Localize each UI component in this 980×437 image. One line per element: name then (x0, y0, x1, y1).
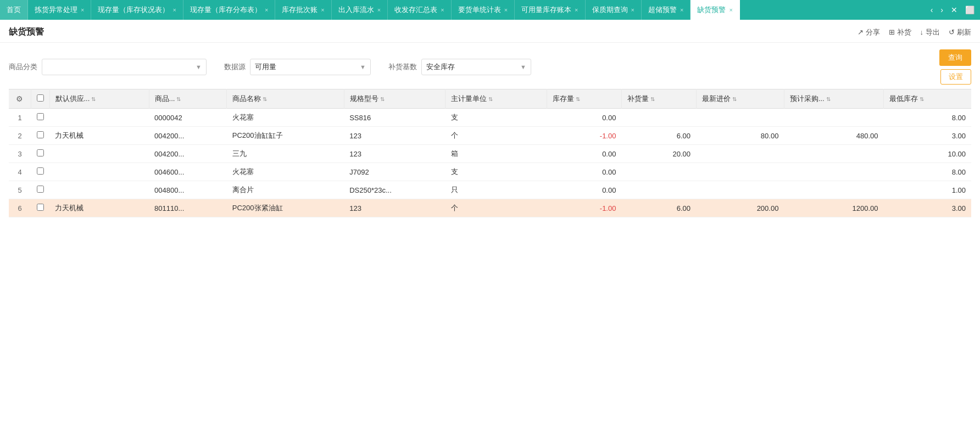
row-est-purchase: 480.00 (784, 127, 883, 145)
row-min-stock: 8.00 (883, 163, 971, 181)
row-est-purchase (784, 181, 883, 199)
row-spec: 123 (344, 127, 445, 145)
th-stock[interactable]: 库存量 ⇅ (547, 89, 622, 109)
row-checkbox-cell[interactable] (31, 127, 49, 145)
row-num: 1 (9, 109, 31, 127)
row-checkbox-cell[interactable] (31, 145, 49, 163)
tab-stock-status[interactable]: 现存量（库存状况表） × (91, 0, 183, 20)
th-replenish-qty[interactable]: 补货量 ⇅ (621, 89, 696, 109)
tab-batch-close[interactable]: × (321, 7, 324, 13)
refresh-button[interactable]: ↺ 刷新 (949, 27, 971, 37)
th-checkbox[interactable] (31, 89, 49, 109)
row-stock: -1.00 (547, 127, 622, 145)
row-num: 6 (9, 199, 31, 217)
row-checkbox-cell[interactable] (31, 181, 49, 199)
row-name: PC200油缸缸子 (227, 127, 344, 145)
tab-summary[interactable]: 收发存汇总表 × (388, 0, 451, 20)
row-latest-price (696, 109, 784, 127)
row-checkbox-cell[interactable] (31, 109, 49, 127)
row-stock: 0.00 (547, 109, 622, 127)
row-min-stock: 1.00 (883, 181, 971, 199)
replenish-button[interactable]: ⊞ 补货 (889, 27, 911, 37)
tab-shortage[interactable]: 缺货预警 × (691, 0, 739, 20)
row-est-purchase: 1200.00 (784, 199, 883, 217)
row-checkbox[interactable] (37, 167, 44, 175)
row-spec: 123 (344, 145, 445, 163)
row-supplier (49, 163, 149, 181)
tab-expiry[interactable]: 保质期查询 × (586, 0, 642, 20)
share-button[interactable]: ↗ 分享 (858, 27, 880, 37)
settings-button[interactable]: 设置 (940, 69, 971, 85)
tab-exception-close[interactable]: × (81, 7, 84, 13)
tab-scroll-right[interactable]: › (937, 3, 946, 16)
th-default-supplier[interactable]: 默认供应... ⇅ (49, 89, 149, 109)
row-replenish-qty: 6.00 (621, 199, 696, 217)
tab-stock-dist[interactable]: 现存量（库存分布表） × (183, 0, 275, 20)
datasource-filter-group: 数据源 可用量 ▼ (224, 59, 371, 75)
table-row: 4 004600... 火花塞 J7092 支 0.00 8.00 (9, 163, 971, 181)
select-all-checkbox[interactable] (37, 94, 44, 102)
tab-requisition-close[interactable]: × (504, 7, 508, 13)
row-checkbox[interactable] (37, 149, 44, 156)
tab-available-close[interactable]: × (575, 7, 578, 13)
row-checkbox[interactable] (37, 113, 44, 120)
category-filter-group: 商品分类 ▼ (9, 59, 207, 75)
datasource-select[interactable]: 可用量 ▼ (250, 59, 371, 75)
th-min-stock[interactable]: 最低库存 ⇅ (883, 89, 971, 109)
th-est-purchase[interactable]: 预计采购... ⇅ (784, 89, 883, 109)
row-code: 0000042 (149, 109, 227, 127)
tab-stock-status-close[interactable]: × (172, 7, 176, 13)
replenish-label: 补货基数 (388, 62, 417, 72)
row-name: PC200张紧油缸 (227, 199, 344, 217)
row-checkbox[interactable] (37, 204, 44, 211)
sort-icon-replenish: ⇅ (650, 96, 655, 102)
tab-overstock[interactable]: 超储预警 × (642, 0, 691, 20)
th-latest-price[interactable]: 最新进价 ⇅ (696, 89, 784, 109)
datasource-select-value: 可用量 (255, 62, 358, 72)
sort-icon-stock: ⇅ (576, 96, 580, 102)
row-code: 004600... (149, 163, 227, 181)
sort-icon-price: ⇅ (732, 96, 737, 102)
tab-flow-close[interactable]: × (377, 7, 381, 13)
category-select[interactable]: ▼ (42, 59, 207, 75)
export-button[interactable]: ↓ 导出 (920, 27, 940, 37)
row-num: 2 (9, 127, 31, 145)
sort-icon-code: ⇅ (176, 96, 181, 102)
query-button[interactable]: 查询 (939, 49, 971, 66)
tab-expiry-close[interactable]: × (631, 7, 634, 13)
table-row: 6 力天机械 801110... PC200张紧油缸 123 个 -1.00 6… (9, 199, 971, 217)
th-product-name[interactable]: 商品名称 ⇅ (227, 89, 344, 109)
th-product-code[interactable]: 商品... ⇅ (149, 89, 227, 109)
settings-gear-icon[interactable]: ⚙ (16, 94, 23, 103)
row-checkbox-cell[interactable] (31, 163, 49, 181)
row-est-purchase (784, 163, 883, 181)
tab-exception[interactable]: 拣货异常处理 × (28, 0, 91, 20)
row-checkbox[interactable] (37, 186, 44, 193)
tab-flow[interactable]: 出入库流水 × (332, 0, 388, 20)
tab-close-all[interactable]: ✕ (948, 3, 961, 16)
tab-batch[interactable]: 库存批次账 × (275, 0, 331, 20)
datasource-label: 数据源 (224, 62, 246, 72)
tab-maximize[interactable]: ⬜ (962, 3, 978, 16)
tab-overstock-close[interactable]: × (680, 7, 683, 13)
tab-home[interactable]: 首页 (0, 0, 28, 20)
replenish-select[interactable]: 安全库存 ▼ (421, 59, 531, 75)
header-actions: ↗ 分享 ⊞ 补货 ↓ 导出 ↺ 刷新 (858, 27, 972, 37)
row-checkbox-cell[interactable] (31, 199, 49, 217)
tab-requisition[interactable]: 要货单统计表 × (452, 0, 515, 20)
th-spec[interactable]: 规格型号 ⇅ (344, 89, 445, 109)
row-replenish-qty (621, 109, 696, 127)
sort-icon-name: ⇅ (263, 96, 267, 102)
row-code: 004200... (149, 127, 227, 145)
tab-stock-dist-close[interactable]: × (265, 7, 268, 13)
row-supplier (49, 145, 149, 163)
row-unit: 个 (446, 199, 547, 217)
row-checkbox[interactable] (37, 131, 44, 138)
tab-scroll-left[interactable]: ‹ (927, 3, 937, 16)
th-settings[interactable]: ⚙ (9, 89, 31, 109)
tab-shortage-close[interactable]: × (729, 7, 732, 13)
tab-summary-close[interactable]: × (441, 7, 444, 13)
tab-available[interactable]: 可用量库存账本 × (515, 0, 585, 20)
sort-icon-est: ⇅ (826, 96, 831, 102)
th-unit[interactable]: 主计量单位 ⇅ (446, 89, 547, 109)
